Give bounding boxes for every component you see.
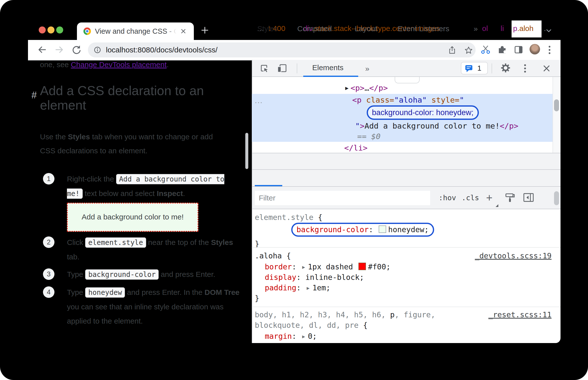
breadcrumb-item-selected[interactable]: p.aloh xyxy=(512,20,542,37)
browser-toolbar: localhost:8080/docs/devtools/css/ xyxy=(28,40,561,60)
chrome-favicon xyxy=(83,27,91,35)
step-text: Type background-color and press Enter. xyxy=(67,267,243,282)
declaration-margin[interactable]: margin: ▸0; xyxy=(265,331,317,342)
forward-icon[interactable] xyxy=(54,44,64,56)
added-declaration-highlight[interactable]: background-color: honeydew; xyxy=(291,223,434,237)
new-rule-dropdown-corner xyxy=(496,204,498,207)
device-toolbar-icon[interactable] xyxy=(277,63,287,74)
tab-title: View and change CSS - Chrome xyxy=(95,22,176,40)
declaration-padding[interactable]: padding: ▸1em; xyxy=(265,283,330,293)
toolbar-separator xyxy=(297,63,297,73)
tab-computed[interactable]: Computed xyxy=(297,20,332,37)
tab-close-icon[interactable] xyxy=(180,28,186,35)
extensions-puzzle-icon[interactable] xyxy=(497,44,507,55)
stylesheet-source-link[interactable]: _devtools.scss:19 xyxy=(475,251,552,261)
dom-selected-marker: == $0 xyxy=(357,131,380,142)
side-panel-icon[interactable] xyxy=(514,44,524,55)
dom-scrollbar-track[interactable] xyxy=(553,77,561,153)
demo-target-box[interactable]: Add a background color to me! xyxy=(67,203,198,232)
dom-row-closing-li[interactable]: </li> xyxy=(344,142,367,153)
dom-row-more-dots[interactable]: … xyxy=(254,95,263,105)
mac-minimize-button[interactable] xyxy=(47,26,54,33)
screenshot-root: View and change CSS - Chrome xyxy=(0,0,588,380)
doc-scrollbar-thumb[interactable] xyxy=(245,133,248,169)
rule-close-brace: } xyxy=(255,342,259,343)
doc-intro-line: one, see Change DevTools placement. xyxy=(40,60,169,69)
breadcrumb-item[interactable]: ol xyxy=(482,20,488,37)
styles-scrollbar-thumb[interactable] xyxy=(554,191,559,205)
new-style-rule-button[interactable]: + xyxy=(486,187,493,209)
mac-close-button[interactable] xyxy=(39,26,46,33)
declaration-border[interactable]: border: ▸1px dashed #f00; xyxy=(265,262,391,272)
dom-selected-line3[interactable]: ">Add a background color to me!</p> xyxy=(355,120,518,131)
rule-divider xyxy=(252,247,561,248)
dom-selected-line1[interactable]: <p class="aloha" style=" xyxy=(352,94,464,105)
site-info-icon[interactable] xyxy=(94,46,101,54)
heading-anchor-hash[interactable]: # xyxy=(31,90,37,101)
mac-zoom-button[interactable] xyxy=(56,26,63,33)
dom-row-collapsed-p[interactable]: ▶<p>…</p> xyxy=(345,82,388,94)
share-icon[interactable] xyxy=(448,46,457,56)
inspect-element-icon[interactable] xyxy=(259,63,269,74)
settings-gear-icon[interactable] xyxy=(500,62,511,74)
breadcrumb-overflow-right[interactable]: … xyxy=(544,20,551,37)
devtools-close-icon[interactable] xyxy=(542,64,551,74)
reload-icon[interactable] xyxy=(71,44,81,56)
tab-layout[interactable]: Layout xyxy=(355,20,377,37)
styles-tab-underline xyxy=(255,185,282,186)
more-panels-chevron[interactable]: » xyxy=(365,64,368,73)
bookmark-star-icon[interactable] xyxy=(464,46,473,56)
breadcrumb-bar xyxy=(252,153,561,170)
browser-menu-kebab-icon[interactable] xyxy=(548,45,551,56)
rule-selector-element-style[interactable]: element.style { xyxy=(255,212,322,223)
step-number: 3 xyxy=(43,268,54,280)
devtools-toolbar xyxy=(252,60,561,77)
toggle-hover-state-button[interactable]: :hov xyxy=(439,187,456,209)
page-title: Add a CSS declaration to an element xyxy=(40,83,232,112)
issues-chat-icon xyxy=(464,64,474,75)
browser-tab[interactable]: View and change CSS - Chrome xyxy=(77,22,194,40)
toolbar-separator xyxy=(492,63,492,73)
rule-divider xyxy=(252,307,561,307)
step-number: 2 xyxy=(43,236,54,248)
breadcrumb-item[interactable]: li xyxy=(501,20,504,37)
browser-window: View and change CSS - Chrome xyxy=(28,20,561,343)
rule-selector-reset-line1[interactable]: body, h1, h2, h3, h4, h5, h6, p, figure, xyxy=(255,310,435,320)
inline-style-highlight[interactable]: background-color: honeydew; xyxy=(367,105,479,120)
step-text: Click element.style near the top of the … xyxy=(67,235,243,264)
more-style-tabs-chevron[interactable]: » xyxy=(474,20,477,37)
dom-scrollbar-thumb[interactable] xyxy=(554,99,559,111)
scissors-extension-icon[interactable] xyxy=(481,44,491,55)
step-text: Right-click the Add a background color t… xyxy=(67,172,243,201)
step-number: 1 xyxy=(43,173,54,185)
tab-styles[interactable]: Styles xyxy=(257,20,278,37)
url-text[interactable]: localhost:8080/docs/devtools/css/ xyxy=(106,42,218,57)
declaration-display[interactable]: display: inline-block; xyxy=(265,272,364,283)
rendering-brush-icon[interactable] xyxy=(504,192,516,205)
new-tab-button[interactable] xyxy=(200,26,209,36)
step-number: 4 xyxy=(43,286,54,298)
rule-selector-aloha[interactable]: .aloha { xyxy=(255,251,291,261)
styles-tab-bar xyxy=(252,170,561,187)
devtools-menu-kebab-icon[interactable] xyxy=(524,63,527,74)
toggle-class-button[interactable]: .cls xyxy=(462,187,479,209)
dom-scroll-indicator xyxy=(395,77,420,83)
doc-paragraph: Use the Styles tab when you want to chan… xyxy=(40,130,227,158)
stylesheet-source-link[interactable]: _reset.scss:11 xyxy=(488,310,552,320)
rule-close-brace: } xyxy=(255,293,259,304)
sidebar-toggle-icon[interactable] xyxy=(523,192,535,204)
profile-avatar[interactable] xyxy=(530,44,540,54)
issues-count: 1 xyxy=(477,62,481,74)
back-icon[interactable] xyxy=(37,44,47,56)
url-bar[interactable]: localhost:8080/docs/devtools/css/ xyxy=(88,42,476,57)
tab-event-listeners[interactable]: Event Listeners xyxy=(398,20,449,37)
tab-elements[interactable]: Elements xyxy=(312,63,343,72)
issues-counter[interactable]: 1 xyxy=(461,62,488,74)
rule-selector-reset-line2[interactable]: blockquote, dl, dd, pre { xyxy=(255,320,368,331)
styles-filter-input[interactable] xyxy=(255,191,430,205)
step-text: Type honeydew and press Enter. In the DO… xyxy=(67,285,243,328)
